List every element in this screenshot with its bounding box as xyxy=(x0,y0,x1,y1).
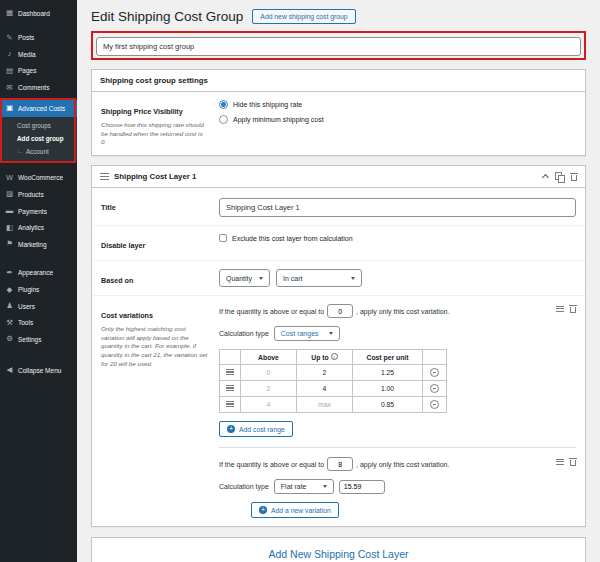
page-title: Edit Shipping Cost Group xyxy=(91,9,243,24)
sidebar-item-appearance[interactable]: ✒ Appearance xyxy=(0,265,77,282)
exclude-layer-label: Exclude this cost layer from calculation xyxy=(232,235,353,242)
condition-prefix: If the quantity is above or equal to xyxy=(219,461,324,468)
row-drag-cell xyxy=(220,397,241,413)
cost-ranges-table: Above Up to i Cost per unit xyxy=(219,349,447,413)
delete-variation-icon[interactable] xyxy=(569,457,576,466)
sidebar-item-users[interactable]: ♟ Users xyxy=(0,298,77,315)
cost-value[interactable]: 1.00 xyxy=(353,381,423,397)
add-new-group-button[interactable]: Add new shipping cost group xyxy=(252,9,355,24)
sidebar-item-label: Marketing xyxy=(18,241,47,248)
delete-variation-icon[interactable] xyxy=(569,304,576,313)
sidebar-item-comments[interactable]: ✉ Comments xyxy=(0,80,77,97)
radio-hide-label: Hide this shipping rate xyxy=(233,101,302,108)
sidebar-item-media[interactable]: ♪ Media xyxy=(0,46,77,63)
remove-range-icon[interactable] xyxy=(430,384,439,393)
add-variation-button[interactable]: + Add a new variation xyxy=(251,502,339,518)
admin-sidebar: ▦ Dashboard ✎ Posts ♪ Media ▤ Pages ✉ Co… xyxy=(0,0,77,562)
calc-type-label: Calculation type xyxy=(219,330,269,337)
above-value: 4 xyxy=(241,397,297,413)
row-drag-cell xyxy=(220,365,241,381)
variation-2-calc-type-select[interactable]: Flat rate xyxy=(274,479,334,494)
sidebar-item-tools[interactable]: ⚒ Tools xyxy=(0,315,77,332)
subitem-label: Cost groups xyxy=(17,122,51,129)
variation-drag-handle-icon[interactable] xyxy=(556,459,564,465)
cost-range-row: 0 2 1.25 xyxy=(220,365,447,381)
sidebar-item-advanced-costs[interactable]: ▣ Advanced Costs xyxy=(0,100,77,117)
visibility-options: Hide this shipping rate Apply minimum sh… xyxy=(219,100,576,147)
based-on-label: Based on xyxy=(101,276,133,285)
disable-label-cell: Disable layer xyxy=(101,234,219,252)
row-drag-handle-icon[interactable] xyxy=(226,369,234,375)
sidebar-item-settings[interactable]: ⚙ Settings xyxy=(0,331,77,348)
sidebar-item-label: WooCommerce xyxy=(18,174,63,181)
sidebar-item-marketing[interactable]: ⚑ Marketing xyxy=(0,236,77,253)
cost-value[interactable]: 0.85 xyxy=(353,397,423,413)
delete-layer-icon[interactable] xyxy=(570,172,577,181)
sidebar-item-dashboard[interactable]: ▦ Dashboard xyxy=(0,5,77,22)
payments-icon: ▬ xyxy=(5,207,14,216)
based-on-scope-value: In cart xyxy=(283,275,302,282)
sidebar-subitem-account[interactable]: ∟ Account xyxy=(0,145,77,158)
sidebar-subitem-add-cost-group[interactable]: Add cost group xyxy=(0,132,77,145)
annotation-box-group-name xyxy=(91,31,586,60)
plus-icon: + xyxy=(259,506,267,514)
sidebar-item-analytics[interactable]: ◧ Analytics xyxy=(0,220,77,237)
add-new-layer-button[interactable]: Add New Shipping Cost Layer xyxy=(91,537,586,562)
sidebar-item-label: Payments xyxy=(18,208,47,215)
add-variation-label: Add a new variation xyxy=(271,507,331,514)
sidebar-item-collapse-menu[interactable]: ◀ Collapse Menu xyxy=(0,362,77,379)
variation-2-condition: If the quantity is above or equal to , a… xyxy=(219,457,546,471)
remove-range-icon[interactable] xyxy=(430,368,439,377)
variation-2-threshold-input[interactable] xyxy=(327,457,353,471)
group-name-input[interactable] xyxy=(96,37,581,56)
duplicate-layer-icon[interactable] xyxy=(555,172,563,181)
add-cost-range-label: Add cost range xyxy=(239,426,285,433)
based-on-quantity-select[interactable]: Quantity xyxy=(219,269,270,287)
exclude-layer-checkbox[interactable]: Exclude this cost layer from calculation xyxy=(219,234,576,242)
sidebar-item-payments[interactable]: ▬ Payments xyxy=(0,203,77,220)
sidebar-item-label: Pages xyxy=(18,67,36,74)
sidebar-item-label: Analytics xyxy=(18,224,44,231)
radio-apply-minimum-cost[interactable]: Apply minimum shipping cost xyxy=(219,115,576,124)
sidebar-item-label: Advanced Costs xyxy=(18,105,65,112)
sidebar-item-products[interactable]: ▨ Products xyxy=(0,186,77,203)
sidebar-subitem-cost-groups[interactable]: Cost groups xyxy=(0,119,77,132)
based-on-scope-select[interactable]: In cart xyxy=(276,269,362,287)
sidebar-item-pages[interactable]: ▤ Pages xyxy=(0,63,77,80)
sidebar-item-woocommerce[interactable]: W WooCommerce xyxy=(0,170,77,187)
based-on-quantity-value: Quantity xyxy=(226,275,252,282)
plugins-icon: ◆ xyxy=(5,286,14,295)
sidebar-item-label: Dashboard xyxy=(18,10,50,17)
row-drag-handle-icon[interactable] xyxy=(226,401,234,407)
collapse-layer-icon[interactable] xyxy=(542,174,549,181)
radio-hide-shipping-rate[interactable]: Hide this shipping rate xyxy=(219,100,576,109)
cost-variations-label: Cost variations xyxy=(101,311,153,320)
sidebar-item-posts[interactable]: ✎ Posts xyxy=(0,30,77,47)
layer-title-input[interactable] xyxy=(219,198,576,217)
variations-label-cell: Cost variations Only the highest matchin… xyxy=(101,304,219,518)
upto-value[interactable]: 4 xyxy=(297,381,353,397)
advanced-costs-icon: ▣ xyxy=(5,104,14,113)
visibility-description: Choose how this shipping rate should be … xyxy=(101,121,209,147)
comments-icon: ✉ xyxy=(5,84,14,93)
based-on-row: Based on Quantity In cart xyxy=(92,261,585,296)
variation-1-threshold-input[interactable] xyxy=(327,304,353,318)
add-cost-range-button[interactable]: + Add cost range xyxy=(219,421,293,437)
info-icon[interactable]: i xyxy=(331,353,338,360)
variation-1-calc-type-select[interactable]: Cost ranges xyxy=(274,326,340,341)
cost-range-row: 4 max 0.85 xyxy=(220,397,447,413)
upto-column-header: Up to i xyxy=(297,350,353,365)
remove-range-icon[interactable] xyxy=(430,400,439,409)
upto-value[interactable]: 2 xyxy=(297,365,353,381)
row-drag-handle-icon[interactable] xyxy=(226,385,234,391)
above-column-header: Above xyxy=(241,350,297,365)
sidebar-item-plugins[interactable]: ◆ Plugins xyxy=(0,282,77,299)
sidebar-item-label: Comments xyxy=(18,84,49,91)
tools-icon: ⚒ xyxy=(5,319,14,328)
layer-drag-handle-icon[interactable] xyxy=(100,173,109,180)
flat-rate-amount-input[interactable] xyxy=(339,480,385,494)
analytics-icon: ◧ xyxy=(5,224,14,233)
cost-value[interactable]: 1.25 xyxy=(353,365,423,381)
layer-header: Shipping Cost Layer 1 xyxy=(92,166,585,188)
variation-drag-handle-icon[interactable] xyxy=(556,306,564,312)
